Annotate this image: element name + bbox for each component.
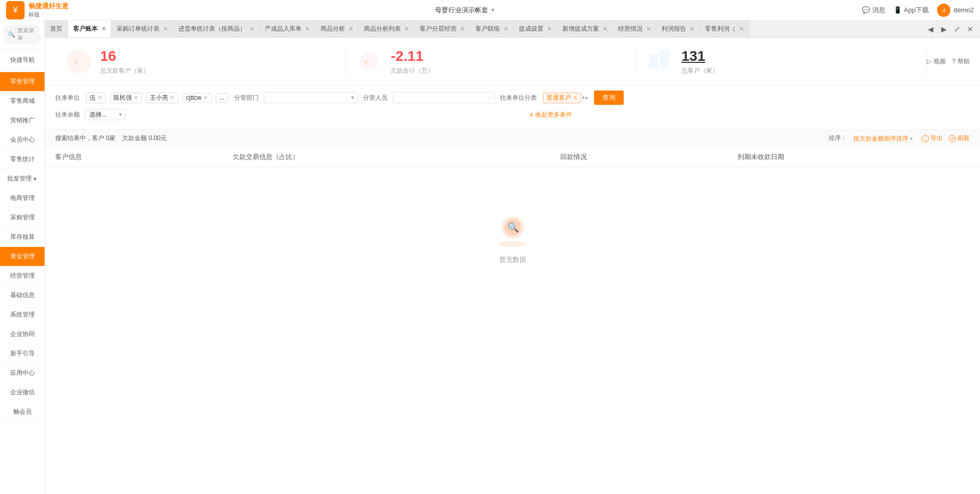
sidebar-item-purchase[interactable]: 采购管理 — [0, 208, 44, 228]
col-due-date: 到期未收款日期 — [727, 147, 980, 167]
search-menu-btn[interactable]: 🔍 搜索菜单 — [4, 25, 40, 44]
tab-bar: 首页 客户账本 ✕ 采购订单统计表 ✕ 进货单统计表（按商品） ✕ 产成品入库单… — [45, 20, 980, 38]
tab-stock-stats[interactable]: 进货单统计表（按商品） ✕ — [173, 20, 260, 38]
unit-tag-wang[interactable]: 王小亮 ✕ — [146, 93, 178, 103]
sidebar-item-wechat[interactable]: 企业微信 — [0, 383, 44, 402]
sort-select[interactable]: 按欠款金额倒序排序 — [853, 135, 916, 142]
query-button[interactable]: 查询 — [594, 91, 624, 105]
balance-select-wrap[interactable]: 选择... — [85, 109, 126, 120]
tab-close-product-analysis[interactable]: ✕ — [349, 26, 353, 32]
sidebar-item-retail-stats[interactable]: 零售统计 — [0, 150, 44, 169]
sidebar-item-retail[interactable]: 零售管理 — [0, 72, 44, 92]
unit-type-dropdown-icon[interactable]: ▼ — [584, 96, 589, 101]
dept-filter-label: 分管部门 — [234, 94, 259, 102]
header-row: 客户信息 欠款交易信息（占比） 回款情况 到期未收款日期 — [45, 147, 980, 167]
tab-product-analysis[interactable]: 商品分析 ✕ — [315, 20, 359, 38]
export-btn[interactable]: ↓ 导出 — [922, 134, 943, 143]
tab-close-all[interactable]: ✕ — [965, 24, 976, 35]
tab-retail-profit[interactable]: 零售利润（ ✕ — [700, 20, 749, 38]
tab-scroll-left[interactable]: ◀ — [925, 24, 936, 35]
app-download-btn[interactable]: 📱 App下载 — [894, 6, 929, 15]
tab-close-product-analysis-list[interactable]: ✕ — [404, 26, 409, 32]
tab-close-operations[interactable]: ✕ — [646, 26, 651, 32]
tab-close-customer-ledger[interactable]: ✕ — [101, 26, 106, 32]
svg-point-6 — [498, 241, 527, 247]
tab-customer-ledger[interactable]: 客户账本 ✕ — [68, 20, 111, 38]
tab-commission-settings[interactable]: 提成设置 ✕ — [514, 20, 557, 38]
tab-close-customer-contact[interactable]: ✕ — [504, 26, 508, 32]
sidebar-item-marketing[interactable]: 营销推广 — [0, 111, 44, 130]
sidebar-item-inventory[interactable]: 库存核算 — [0, 228, 44, 247]
username: demo2 — [953, 6, 974, 14]
refresh-label: 刷新 — [958, 134, 970, 143]
unit-tag-cjttcw[interactable]: cjttcw ✕ — [183, 93, 212, 102]
customer-count: 0家 — [106, 134, 116, 142]
sidebar-item-operations[interactable]: 经营管理 — [0, 266, 44, 286]
app-label: App下载 — [904, 6, 929, 15]
tab-close-purchase-order[interactable]: ✕ — [163, 26, 168, 32]
tab-product-analysis-list[interactable]: 商品分析列表 ✕ — [359, 20, 415, 38]
app-icon: 📱 — [894, 6, 902, 14]
tab-close-new-commission[interactable]: ✕ — [603, 26, 607, 32]
company-name: 母婴行业演示帐套 — [435, 6, 488, 15]
logo-icon: ¥ — [6, 1, 25, 19]
tab-finished-goods[interactable]: 产成品入库单 ✕ — [260, 20, 315, 38]
remove-wu-icon[interactable]: ✕ — [97, 94, 102, 101]
sidebar-item-ecommerce[interactable]: 电商管理 — [0, 189, 44, 208]
refresh-btn[interactable]: ↺ 刷新 — [949, 134, 970, 143]
tab-purchase-order[interactable]: 采购订单统计表 ✕ — [111, 20, 173, 38]
sidebar-item-enterprise[interactable]: 企业协同 — [0, 325, 44, 344]
tab-expand[interactable]: ⤢ — [951, 24, 963, 35]
remove-wang-icon[interactable]: ✕ — [170, 94, 175, 101]
unit-tag-wu[interactable]: 伍 ✕ — [86, 93, 106, 103]
sidebar-item-wholesale[interactable]: 批发管理 ▼ — [0, 169, 44, 189]
tab-profit-report[interactable]: 利润报告 ✕ — [656, 20, 700, 38]
tab-close-profit-report[interactable]: ✕ — [690, 26, 694, 32]
debt-icon: ✦ — [354, 46, 384, 77]
stat-info-customers: 16 总欠款客户（家） — [100, 48, 149, 76]
company-selector[interactable]: 母婴行业演示帐套 ▼ — [435, 6, 495, 15]
user-area[interactable]: d demo2 — [937, 4, 974, 17]
tab-operations[interactable]: 经营情况 ✕ — [613, 20, 656, 38]
balance-label: 往来余额 — [55, 110, 80, 119]
remove-cjttcw-icon[interactable]: ✕ — [203, 94, 208, 101]
message-btn[interactable]: 💬 消息 — [862, 6, 885, 15]
person-input[interactable] — [393, 92, 495, 103]
remove-chen-icon[interactable]: ✕ — [133, 94, 139, 101]
person-select-wrap[interactable]: ··· — [393, 92, 495, 103]
unit-tag-more[interactable]: ... — [216, 93, 228, 102]
tab-close-stock-stats[interactable]: ✕ — [249, 26, 254, 32]
sidebar-item-member[interactable]: 会员中心 — [0, 130, 44, 150]
video-btn[interactable]: ▷ 视频 — [927, 57, 946, 66]
sidebar-item-system[interactable]: 系统管理 — [0, 305, 44, 325]
export-label: 导出 — [930, 134, 943, 143]
collapse-btn[interactable]: ∧ 收起更多条件 — [529, 110, 572, 119]
tab-new-commission[interactable]: 新增提成方案 ✕ — [557, 20, 613, 38]
sidebar-item-member2[interactable]: 畅会员 — [0, 402, 44, 422]
help-btn[interactable]: ? 帮助 — [952, 57, 970, 66]
company-arrow: ▼ — [490, 7, 495, 13]
tab-customer-layer[interactable]: 客户分层经营 ✕ — [415, 20, 470, 38]
quick-nav-btn[interactable]: 快捷导航 — [4, 53, 40, 68]
tab-close-retail-profit[interactable]: ✕ — [739, 26, 744, 32]
sidebar-item-app-center[interactable]: 应用中心 — [0, 364, 44, 383]
tab-customer-contact[interactable]: 客户联络 ✕ — [470, 20, 514, 38]
tab-close-customer-layer[interactable]: ✕ — [460, 26, 465, 32]
stats-row: ¥ 16 总欠款客户（家） ✦ — [45, 38, 980, 85]
stat-card-total: 131 总客户（家） — [636, 46, 927, 77]
sidebar-item-finance[interactable]: 资金管理 — [0, 247, 44, 266]
unit-type-tag-ordinary[interactable]: 普通客户 ✕ — [543, 93, 581, 103]
dept-select-wrap[interactable] — [264, 92, 358, 103]
sort-select-wrap[interactable]: 按欠款金额倒序排序 — [853, 135, 916, 142]
tab-close-finished-goods[interactable]: ✕ — [305, 26, 310, 32]
sidebar-item-basic-info[interactable]: 基础信息 — [0, 286, 44, 305]
remove-ordinary-icon[interactable]: ✕ — [573, 94, 578, 101]
sidebar-item-retail-mall[interactable]: 零售商城 — [0, 92, 44, 111]
tab-home[interactable]: 首页 — [45, 20, 68, 38]
dept-input[interactable] — [264, 92, 358, 103]
balance-select[interactable]: 选择... — [85, 109, 126, 120]
unit-tag-chen[interactable]: 陈民强 ✕ — [110, 93, 142, 103]
sidebar-item-guide[interactable]: 新手引导 — [0, 344, 44, 364]
tab-scroll-right[interactable]: ▶ — [938, 24, 949, 35]
tab-close-commission-settings[interactable]: ✕ — [547, 26, 552, 32]
